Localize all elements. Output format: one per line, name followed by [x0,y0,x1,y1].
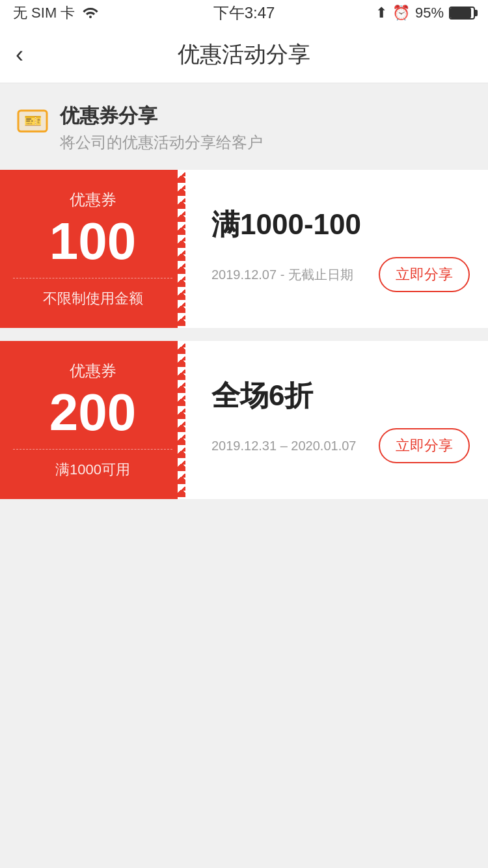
share-button-1[interactable]: 立即分享 [379,428,470,463]
status-bar: 无 SIM 卡 下午3:47 ⬆ ⏰ 95% [0,0,488,26]
carrier-text: 无 SIM 卡 [13,3,75,23]
location-icon: ⬆ [375,5,387,21]
share-button-0[interactable]: 立即分享 [379,257,470,292]
status-right: ⬆ ⏰ 95% [375,5,475,21]
coupon-left-1: 优惠券 200 满1000可用 [0,341,185,499]
coupon-divider-1 [13,449,172,450]
coupon-section-icon: 🎫 [16,104,49,138]
coupon-date-1: 2019.12.31 – 2020.01.07 [211,439,371,454]
empty-area [0,512,488,868]
coupon-right-1: 全场6折 2019.12.31 – 2020.01.07 立即分享 [185,341,488,499]
coupon-list: 优惠券 100 不限制使用金额 满1000-100 2019.12.07 - 无… [0,163,488,499]
coupon-meta-0: 2019.12.07 - 无截止日期 立即分享 [211,257,470,292]
section-header: 🎫 优惠券分享 将公司的优惠活动分享给客户 [0,83,488,163]
alarm-icon: ⏰ [392,5,410,21]
status-time: 下午3:47 [213,3,275,23]
coupon-amount-1: 200 [49,387,136,439]
battery-percent: 95% [415,5,444,21]
section-text-group: 优惠券分享 将公司的优惠活动分享给客户 [60,103,263,153]
nav-title: 优惠活动分享 [178,40,310,70]
coupon-date-0: 2019.12.07 - 无截止日期 [211,266,371,284]
coupon-divider-0 [13,278,172,278]
coupon-right-0: 满1000-100 2019.12.07 - 无截止日期 立即分享 [185,170,488,328]
svg-text:🎫: 🎫 [24,112,42,129]
wifi-icon [81,4,100,22]
coupon-condition-0: 不限制使用金额 [43,289,143,308]
coupon-meta-1: 2019.12.31 – 2020.01.07 立即分享 [211,428,470,463]
nav-bar: ‹ 优惠活动分享 [0,26,488,83]
battery-icon [449,7,475,20]
coupon-amount-0: 100 [49,215,136,267]
section-subtitle: 将公司的优惠活动分享给客户 [60,132,263,153]
coupon-label-1: 优惠券 [70,360,116,381]
back-button[interactable]: ‹ [16,41,23,68]
coupon-name-1: 全场6折 [211,377,470,415]
coupon-card: 优惠券 100 不限制使用金额 满1000-100 2019.12.07 - 无… [0,170,488,328]
status-left: 无 SIM 卡 [13,3,100,23]
coupon-left-0: 优惠券 100 不限制使用金额 [0,170,185,328]
coupon-name-0: 满1000-100 [211,206,470,244]
coupon-condition-1: 满1000可用 [55,460,130,480]
section-title: 优惠券分享 [60,103,263,129]
coupon-label-0: 优惠券 [70,189,116,210]
coupon-card: 优惠券 200 满1000可用 全场6折 2019.12.31 – 2020.0… [0,341,488,499]
